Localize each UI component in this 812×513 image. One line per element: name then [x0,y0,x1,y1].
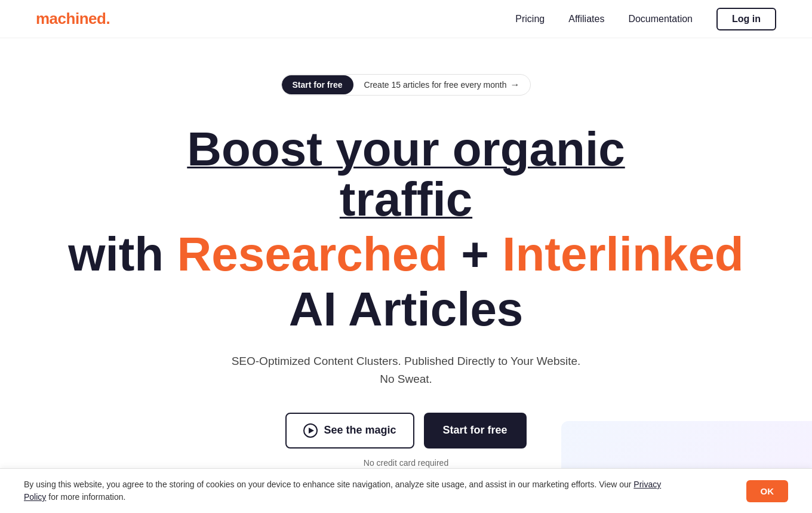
nav-affiliates[interactable]: Affiliates [568,14,604,24]
banner-description: Create 15 articles for free every month [364,80,507,90]
cta-buttons: See the magic Start for free [285,413,526,449]
see-magic-label: See the magic [324,424,396,437]
navbar: machined. Pricing Affiliates Documentati… [0,0,812,38]
play-icon [303,423,318,438]
headline-line1: Boost your organic traffic [137,124,675,225]
logo[interactable]: machined. [36,10,110,28]
cookie-banner: By using this website, you agree to the … [0,468,812,513]
banner-left-label: Start for free [282,75,353,94]
top-banner[interactable]: Start for free Create 15 articles for fr… [281,74,531,96]
see-magic-button[interactable]: See the magic [285,413,414,449]
headline-with: with [68,228,177,281]
cookie-text-suffix: for more information. [46,492,125,502]
logo-text: machined [36,10,106,27]
start-free-button[interactable]: Start for free [424,413,527,449]
cookie-text: By using this website, you agree to the … [24,478,681,503]
cookie-ok-button[interactable]: OK [746,480,789,502]
headline-line2: with Researched + Interlinked [68,229,743,279]
no-credit-card-text: No credit card required [364,458,448,468]
login-button[interactable]: Log in [716,8,776,30]
headline-interlinked: Interlinked [502,228,744,281]
subheadline: SEO-Optimized Content Clusters. Publishe… [227,352,585,389]
headline-plus: + [448,228,502,281]
banner-arrow-icon: → [510,79,519,90]
headline-researched: Researched [177,228,448,281]
cookie-text-prefix: By using this website, you agree to the … [24,480,633,489]
nav-pricing[interactable]: Pricing [515,14,545,24]
nav-links: Pricing Affiliates Documentation Log in [515,8,776,30]
headline-line3: AI Articles [289,284,524,334]
logo-dot: . [106,10,110,27]
banner-right-text: Create 15 articles for free every month … [353,75,531,95]
nav-documentation[interactable]: Documentation [628,14,693,24]
